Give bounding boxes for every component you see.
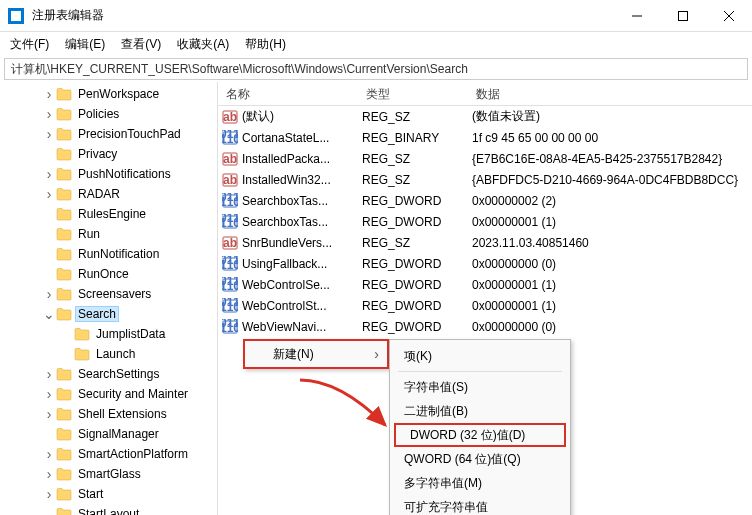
value-row[interactable]: WebViewNavi...REG_DWORD0x00000000 (0) xyxy=(218,316,752,337)
tree-item[interactable]: JumplistData xyxy=(0,324,217,344)
expand-arrow-icon[interactable] xyxy=(42,247,56,261)
value-row[interactable]: SnrBundleVers...REG_SZ2023.11.03.4085146… xyxy=(218,232,752,253)
column-type[interactable]: 类型 xyxy=(358,82,468,105)
expand-arrow-icon[interactable] xyxy=(42,427,56,441)
expand-arrow-icon[interactable] xyxy=(42,267,56,281)
maximize-button[interactable] xyxy=(660,0,706,31)
value-data: 0x00000001 (1) xyxy=(468,278,752,292)
column-name[interactable]: 名称 xyxy=(218,82,358,105)
tree-item[interactable]: PushNotifications xyxy=(0,164,217,184)
value-icon xyxy=(222,130,238,146)
expand-arrow-icon[interactable] xyxy=(42,387,56,401)
tree-item[interactable]: RulesEngine xyxy=(0,204,217,224)
tree-item[interactable]: Policies xyxy=(0,104,217,124)
tree-item[interactable]: Start xyxy=(0,484,217,504)
value-data: 1f c9 45 65 00 00 00 00 xyxy=(468,131,752,145)
tree-item[interactable]: Search xyxy=(0,304,217,324)
expand-arrow-icon[interactable] xyxy=(42,447,56,461)
tree-item-label: RulesEngine xyxy=(76,207,148,221)
value-icon xyxy=(222,319,238,335)
expand-arrow-icon[interactable] xyxy=(42,287,56,301)
context-item[interactable]: 字符串值(S) xyxy=(390,375,570,399)
context-item[interactable]: QWORD (64 位)值(Q) xyxy=(390,447,570,471)
expand-arrow-icon[interactable] xyxy=(42,107,56,121)
value-row[interactable]: UsingFallback...REG_DWORD0x00000000 (0) xyxy=(218,253,752,274)
context-item[interactable]: 项(K) xyxy=(390,344,570,368)
address-bar[interactable]: 计算机\HKEY_CURRENT_USER\Software\Microsoft… xyxy=(4,58,748,80)
tree-item-label: Screensavers xyxy=(76,287,153,301)
folder-icon xyxy=(56,407,72,421)
expand-arrow-icon[interactable] xyxy=(42,367,56,381)
expand-arrow-icon[interactable] xyxy=(42,167,56,181)
minimize-button[interactable] xyxy=(614,0,660,31)
tree-item[interactable]: Screensavers xyxy=(0,284,217,304)
menu-favorites[interactable]: 收藏夹(A) xyxy=(171,34,235,55)
tree-item[interactable]: Privacy xyxy=(0,144,217,164)
folder-icon xyxy=(56,287,72,301)
svg-rect-5 xyxy=(679,11,688,20)
tree-item[interactable]: Shell Extensions xyxy=(0,404,217,424)
context-item[interactable]: 二进制值(B) xyxy=(390,399,570,423)
tree-item-label: RunNotification xyxy=(76,247,161,261)
value-row[interactable]: CortanaStateL...REG_BINARY1f c9 45 65 00… xyxy=(218,127,752,148)
tree-item[interactable]: PrecisionTouchPad xyxy=(0,124,217,144)
expand-arrow-icon[interactable] xyxy=(42,467,56,481)
tree-item-label: Privacy xyxy=(76,147,119,161)
list-header: 名称 类型 数据 xyxy=(218,82,752,106)
tree-item[interactable]: StartLayout xyxy=(0,504,217,515)
folder-icon xyxy=(56,447,72,461)
context-item[interactable]: 可扩充字符串值 xyxy=(390,495,570,515)
context-item[interactable]: 多字符串值(M) xyxy=(390,471,570,495)
tree-item[interactable]: PenWorkspace xyxy=(0,84,217,104)
context-item[interactable]: DWORD (32 位)值(D) xyxy=(394,423,566,447)
column-data[interactable]: 数据 xyxy=(468,82,752,105)
tree-view[interactable]: PenWorkspacePoliciesPrecisionTouchPadPri… xyxy=(0,82,218,515)
tree-item[interactable]: Security and Mainter xyxy=(0,384,217,404)
expand-arrow-icon[interactable] xyxy=(42,87,56,101)
folder-icon xyxy=(56,387,72,401)
tree-item[interactable]: Run xyxy=(0,224,217,244)
menu-file[interactable]: 文件(F) xyxy=(4,34,55,55)
expand-arrow-icon[interactable] xyxy=(60,327,74,341)
value-row[interactable]: SearchboxTas...REG_DWORD0x00000001 (1) xyxy=(218,211,752,232)
value-row[interactable]: (默认)REG_SZ(数值未设置) xyxy=(218,106,752,127)
value-row[interactable]: InstalledPacka...REG_SZ{E7B6C16E-08A8-4E… xyxy=(218,148,752,169)
menu-edit[interactable]: 编辑(E) xyxy=(59,34,111,55)
value-row[interactable]: SearchboxTas...REG_DWORD0x00000002 (2) xyxy=(218,190,752,211)
close-button[interactable] xyxy=(706,0,752,31)
tree-item[interactable]: RunNotification xyxy=(0,244,217,264)
tree-item[interactable]: SearchSettings xyxy=(0,364,217,384)
expand-arrow-icon[interactable] xyxy=(42,227,56,241)
value-type: REG_SZ xyxy=(358,152,468,166)
tree-item[interactable]: SmartGlass xyxy=(0,464,217,484)
expand-arrow-icon[interactable] xyxy=(42,147,56,161)
expand-arrow-icon[interactable] xyxy=(42,187,56,201)
expand-arrow-icon[interactable] xyxy=(42,307,56,321)
value-name: WebControlSt... xyxy=(242,299,326,313)
expand-arrow-icon[interactable] xyxy=(42,487,56,501)
value-icon xyxy=(222,235,238,251)
value-name: SearchboxTas... xyxy=(242,215,328,229)
value-row[interactable]: WebControlSe...REG_DWORD0x00000001 (1) xyxy=(218,274,752,295)
tree-item[interactable]: SmartActionPlatform xyxy=(0,444,217,464)
value-icon xyxy=(222,193,238,209)
menu-view[interactable]: 查看(V) xyxy=(115,34,167,55)
tree-item[interactable]: Launch xyxy=(0,344,217,364)
folder-icon xyxy=(56,87,72,101)
expand-arrow-icon[interactable] xyxy=(42,407,56,421)
expand-arrow-icon[interactable] xyxy=(42,507,56,515)
menu-help[interactable]: 帮助(H) xyxy=(239,34,292,55)
tree-item[interactable]: RunOnce xyxy=(0,264,217,284)
tree-item-label: SearchSettings xyxy=(76,367,161,381)
tree-item[interactable]: SignalManager xyxy=(0,424,217,444)
value-type: REG_SZ xyxy=(358,173,468,187)
expand-arrow-icon[interactable] xyxy=(42,207,56,221)
value-row[interactable]: InstalledWin32...REG_SZ{ABFDFDC5-D210-46… xyxy=(218,169,752,190)
context-item-new[interactable]: 新建(N) xyxy=(245,341,387,367)
tree-item[interactable]: RADAR xyxy=(0,184,217,204)
expand-arrow-icon[interactable] xyxy=(42,127,56,141)
tree-item-label: Search xyxy=(76,307,118,321)
folder-icon xyxy=(56,227,72,241)
value-row[interactable]: WebControlSt...REG_DWORD0x00000001 (1) xyxy=(218,295,752,316)
expand-arrow-icon[interactable] xyxy=(60,347,74,361)
